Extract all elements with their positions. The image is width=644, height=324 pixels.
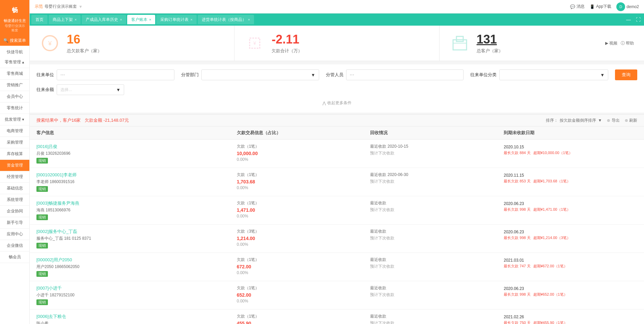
stat-label-debt-customers: 总欠款客户（家）: [67, 48, 224, 54]
sidebar-item-retail-mall[interactable]: 零售商城: [0, 68, 29, 80]
sort-control[interactable]: 排序： 按欠款金额倒序排序 ▼: [546, 118, 602, 123]
filter-dropdown-balance[interactable]: 选择... ▼: [57, 84, 124, 95]
customer-name-1[interactable]: [0001020001]李老师: [36, 172, 237, 178]
tab-close-icon[interactable]: ×: [248, 18, 250, 22]
sidebar: 畅 畅捷通好生意 母婴行业演示账套 🔍 搜索菜单 快捷导航 零售管理 ▲ 零售商…: [0, 0, 30, 324]
sidebar-item-app-center[interactable]: 应用中心: [0, 229, 29, 240]
collection-info-4: 最近收款 预计下次收款: [370, 257, 504, 269]
collapse-btn[interactable]: ⋀ 收起更多条件: [36, 98, 637, 108]
tab-product-listing[interactable]: 商品上下架 ×: [49, 15, 81, 24]
customer-name-6[interactable]: [0006]去下粮仓: [36, 314, 237, 320]
tab-close-icon[interactable]: ×: [149, 18, 151, 22]
filter-label-classify: 往来单位分类: [470, 72, 497, 78]
customer-tag-4: 现销: [36, 271, 48, 277]
sidebar-item-purchase[interactable]: 采购管理: [0, 137, 29, 148]
debt-amount-4[interactable]: 672.00: [237, 264, 370, 269]
next-collect-4: 预计下次收款: [370, 264, 504, 269]
sidebar-item-label: 企业微信: [7, 243, 23, 248]
sidebar-item-retail-mgmt[interactable]: 零售管理 ▲: [0, 57, 29, 68]
debt-amount-0[interactable]: 10,000.00: [237, 151, 370, 156]
overdue-info-6: 2021.02.26 最长欠款 750 天 超期¥455.90（1笔）: [504, 314, 637, 324]
content-area: ¥ 16 总欠款客户（家） ¥: [30, 26, 644, 324]
overdue-days-5[interactable]: 最长欠款 998 天 超期¥652.00（1笔）: [504, 292, 637, 297]
search-button[interactable]: 查询: [615, 69, 637, 80]
customer-info-6: [0006]去下粮仓 陈小希 现销: [36, 314, 237, 324]
tab-home-label: 首页: [35, 17, 44, 23]
overdue-days-0[interactable]: 最长欠款 884 天 超期¥10,000.00（1笔）: [504, 150, 637, 155]
sidebar-item-basic-info[interactable]: 基础信息: [0, 183, 29, 194]
customer-info-2: [0003]畅捷服务尹海燕 海燕 18513066976 现销: [36, 200, 237, 220]
tab-purchase-stat[interactable]: 采购订单统计表 ×: [156, 15, 196, 24]
refresh-btn[interactable]: ⊙ 刷新: [625, 118, 637, 123]
sidebar-item-retail-stat[interactable]: 零售统计: [0, 102, 29, 114]
message-btn[interactable]: 💬 消息: [570, 4, 585, 9]
view-video-btn[interactable]: ▶ 视频: [605, 40, 617, 46]
sidebar-item-marketing[interactable]: 营销推广: [0, 80, 29, 91]
tab-close-icon[interactable]: ×: [190, 18, 192, 22]
sidebar-item-member[interactable]: 会员中心: [0, 91, 29, 102]
stat-label-debt-amount: 欠款合计（万）: [272, 48, 429, 54]
filter-dropdown-classify[interactable]: ▼: [499, 69, 608, 80]
overdue-date-0: 2020.10.15: [504, 145, 637, 149]
results-actions: 排序： 按欠款金额倒序排序 ▼ ⊙ 导出 ⊙ 刷新: [546, 118, 637, 123]
debt-amount-3[interactable]: 1,214.00: [237, 236, 370, 241]
filter-input-unit[interactable]: ···: [57, 69, 174, 80]
sidebar-item-collab[interactable]: 企业协同: [0, 206, 29, 217]
debt-amount-5[interactable]: 652.00: [237, 292, 370, 298]
tab-home[interactable]: 首页: [31, 15, 48, 24]
tab-close-icon[interactable]: ×: [75, 18, 77, 22]
chevron-down-icon: ▼: [22, 118, 25, 121]
sidebar-logo-text: 畅捷通好生意: [3, 18, 26, 23]
customer-phone-2: 海燕 18513066976: [36, 207, 237, 213]
sidebar-logo[interactable]: 畅 畅捷通好生意 母婴行业演示账套: [0, 0, 29, 36]
sidebar-item-enterprise-wechat[interactable]: 企业微信: [0, 240, 29, 252]
debt-count-0: 欠款（1笔）: [237, 144, 370, 149]
debt-amount-2[interactable]: 1,471.00: [237, 207, 370, 213]
overdue-days-3[interactable]: 最长欠款 998 天 超期¥1,214.00（3笔）: [504, 235, 637, 240]
customer-name-4[interactable]: [000002]用户2050: [36, 257, 237, 263]
tab-minimize-btn[interactable]: —: [624, 16, 633, 23]
help-btn[interactable]: ⓘ 帮助: [621, 40, 634, 46]
sidebar-item-operations[interactable]: 经营管理: [0, 171, 29, 183]
sort-arrow-icon: ▼: [598, 118, 602, 123]
debt-amount-1[interactable]: 1,703.68: [237, 179, 370, 184]
sidebar-quick-nav[interactable]: 快捷导航: [0, 46, 29, 57]
customer-name-2[interactable]: [0003]畅捷服务尹海燕: [36, 200, 237, 206]
export-btn[interactable]: ⊙ 导出: [607, 118, 619, 123]
tab-close-icon[interactable]: ×: [120, 18, 122, 22]
sidebar-item-ecommerce[interactable]: 电商管理: [0, 125, 29, 137]
overdue-days-4[interactable]: 最长欠款 747 天 超期¥672.00（1笔）: [504, 264, 637, 269]
sidebar-search[interactable]: 🔍 搜索菜单: [0, 36, 29, 46]
tab-inbound-stat[interactable]: 进货单统计表（按商品） ×: [198, 15, 254, 24]
sidebar-item-finance[interactable]: 资金管理: [0, 160, 29, 171]
sidebar-item-guide[interactable]: 新手引导: [0, 217, 29, 229]
tab-production-history[interactable]: 产成品入库单历史 ×: [82, 15, 126, 24]
overdue-days-1[interactable]: 最长欠款 853 天 超期¥1,703.68（1笔）: [504, 179, 637, 184]
results-summary: 搜索结果中，客户16家 欠款金额 -21,148.07元: [36, 117, 129, 123]
table-row: [0002]服务中心_丁磊 服务中心_丁磊 181 0125 8371 现销 欠…: [30, 225, 644, 253]
table-header: 客户信息 欠款交易信息（占比） 回收情况 到期未收款日期: [30, 126, 644, 140]
debt-count-4: 欠款（1笔）: [237, 257, 370, 263]
filter-dropdown-dept[interactable]: ▼: [201, 69, 319, 80]
last-collect-2: 最近收款: [370, 200, 504, 206]
debt-amount-6[interactable]: 455.90: [237, 321, 370, 324]
customer-name-0[interactable]: [0016]吕俊: [36, 144, 237, 150]
dropdown-arrow-icon2: ▼: [600, 72, 605, 78]
filter-input-person[interactable]: ···: [346, 69, 464, 80]
sidebar-item-system[interactable]: 系统管理: [0, 194, 29, 206]
col-header-due-date: 到期未收款日期: [504, 130, 637, 136]
customer-name-3[interactable]: [0002]服务中心_丁磊: [36, 229, 237, 235]
overdue-days-2[interactable]: 最长欠款 998 天 超期¥1,471.00（1笔）: [504, 207, 637, 212]
debt-ratio-1: 0.00%: [237, 185, 370, 190]
overdue-days-6[interactable]: 最长欠款 750 天 超期¥455.90（1笔）: [504, 320, 637, 324]
user-menu[interactable]: D demo2: [616, 2, 639, 11]
tab-customer-account[interactable]: 客户账本 ×: [127, 15, 155, 24]
sidebar-item-wholesale-mgmt[interactable]: 批发管理 ▼: [0, 114, 29, 125]
sidebar-item-vip[interactable]: 畅会员: [0, 252, 29, 263]
tab-maximize-btn[interactable]: ⛶: [634, 16, 642, 23]
app-download-btn[interactable]: 📱 App下载: [590, 4, 611, 9]
sidebar-item-label: 电商管理: [7, 128, 23, 133]
sidebar-item-inventory[interactable]: 库存核算: [0, 148, 29, 160]
customer-name-5[interactable]: [0007]小进千: [36, 285, 237, 291]
overdue-date-3: 2020.06.23: [504, 230, 637, 234]
